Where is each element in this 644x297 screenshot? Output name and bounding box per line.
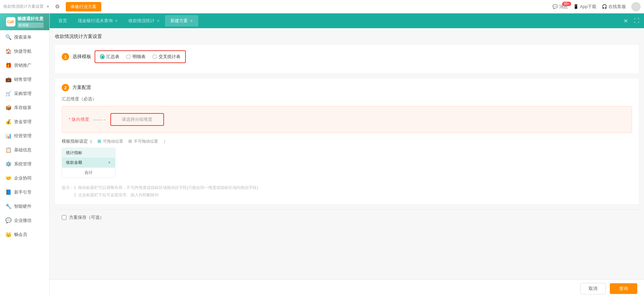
trial-button[interactable]: 体验行业方案 [66,2,101,11]
sidebar-item-4[interactable]: 🛒采购管理 [0,87,49,101]
sidebar-icon-4: 🛒 [5,91,11,97]
save-section: 方案保存（可选） [55,209,639,225]
arrow-indicator: ——→ [93,117,106,122]
sidebar-label-0: 搜索菜单 [14,34,32,40]
metrics-legend: 可拖动位置 不可拖动位置 [98,139,158,144]
radio-detail-label: 明细表 [132,54,146,60]
sidebar-item-1[interactable]: 🏠快捷导航 [0,44,49,58]
draggable-dot [98,140,101,143]
tab-cashflow-label: 现金银行流水查询 [78,18,113,24]
sidebar-item-8[interactable]: 📋基础信息 [0,143,49,157]
sidebar-item-3[interactable]: 💼销售管理 [0,72,49,87]
sidebar-icon-5: 📦 [5,105,11,111]
online-service-item[interactable]: 🎧 在线客服 [602,4,626,10]
sidebar-label-10: 企业协同 [14,175,32,181]
sidebar-icon-13: 💬 [5,217,11,224]
sidebar-icon-7: 📊 [5,133,11,139]
sidebar-item-12[interactable]: 🔧智能硬件 [0,199,49,213]
tab-new-plan[interactable]: 新建方案 ✕ [165,15,198,27]
sidebar-icon-1: 🏠 [5,48,11,54]
metrics-header: 模板指标设定（ 可拖动位置 不可拖动位置 ） [62,138,632,144]
sidebar-label-8: 基础信息 [14,147,32,153]
tab-home[interactable]: 首页 [53,15,72,27]
logo-text: 畅捷通好生意 [17,16,44,22]
logo-tag: 标准版 [17,22,44,28]
sidebar-label-13: 企业微信 [14,217,32,224]
metrics-title: 模板指标设定（ [62,138,92,144]
tab-new-plan-close[interactable]: ✕ [190,19,193,23]
sidebar-label-7: 经营管理 [14,133,32,139]
sidebar-item-6[interactable]: 💰资金管理 [0,115,49,129]
tab-collection-close[interactable]: ✕ [157,19,160,23]
sidebar-item-9[interactable]: ⚙️系统管理 [0,157,49,171]
notification-item[interactable]: 💬 消息 99+ [552,4,568,10]
maximize-icon[interactable]: ⛶ [633,16,641,26]
vertical-dimension-label: 纵向维度 [69,116,89,122]
sidebar-item-7[interactable]: 📊经营管理 [0,129,49,143]
column-dropdown-icon[interactable]: ▼ [108,161,111,164]
sidebar-item-13[interactable]: 💬企业微信 [0,213,49,228]
sidebar-label-12: 智能硬件 [14,203,32,209]
sidebar-icon-3: 💼 [5,77,11,83]
sidebar-icon-10: 🤝 [5,175,11,181]
sidebar-item-14[interactable]: 👑畅会员 [0,228,49,242]
notification-badge: 99+ [562,2,571,6]
main-layout: CaR 畅捷通好生意 标准版 🔍搜索菜单🏠快捷导航🎁营销推广💼销售管理🛒采购管理… [0,13,644,297]
tab-collection[interactable]: 收款情况统计 ✕ [123,15,165,27]
online-service-label: 在线客服 [608,4,626,10]
content-area: 首页 现金银行流水查询 ✕ 收款情况统计 ✕ 新建方案 ✕ ✕ ⛶ 收款情况统计… [50,13,644,297]
sidebar-label-11: 新手引导 [14,189,32,195]
dimension-selector[interactable]: 请选择分组维度 [110,113,164,126]
metrics-title-close: ） [163,138,168,144]
total-label: 合计 [85,170,93,175]
sidebar-item-10[interactable]: 🤝企业协同 [0,171,49,185]
close-window-icon[interactable]: ✕ [622,16,629,26]
sidebar-icon-8: 📋 [5,147,11,153]
query-button[interactable]: 查询 [610,283,637,294]
tab-cashflow-close[interactable]: ✕ [115,19,118,23]
download-icon: 📱 [573,4,579,9]
footer-bar: 取消 查询 [50,280,644,297]
step1-header: 1 选择模板 汇总表 明细表 交叉统计表 [62,50,632,63]
sidebar-icon-2: 🎁 [5,62,11,68]
sidebar-item-2[interactable]: 🎁营销推广 [0,58,49,72]
sidebar-label-9: 系统管理 [14,161,32,167]
sidebar-icon-12: 🔧 [5,203,11,209]
metrics-total-row: 合计 [62,167,115,178]
sidebar-item-5[interactable]: 📦库存核算 [0,101,49,115]
sidebar-item-11[interactable]: 📘新手引导 [0,185,49,199]
breadcrumb-dropdown-icon[interactable]: ▼ [46,5,50,8]
radio-summary[interactable]: 汇总表 [100,54,119,60]
cancel-button[interactable]: 取消 [580,283,606,294]
tab-cashflow[interactable]: 现金银行流水查询 ✕ [72,15,123,27]
tab-collection-label: 收款情况统计 [128,18,155,24]
sidebar-label-4: 采购管理 [14,91,32,97]
fixed-label: 不可拖动位置 [134,139,158,144]
sidebar-item-0[interactable]: 🔍搜索菜单 [0,30,49,44]
top-bar: 收款情况统计方案设置 ▼ ⚙ 体验行业方案 💬 消息 99+ 📱 App下载 🎧… [0,0,644,13]
save-checkbox[interactable] [62,215,66,220]
radio-detail[interactable]: 明细表 [126,54,146,60]
sidebar-icon-0: 🔍 [5,34,11,40]
radio-cross-label: 交叉统计表 [159,54,180,60]
sidebar-label-2: 营销推广 [14,62,32,68]
tip2: 2. 点击标题栏下拉可设置排序、插入列和删除列 [62,192,632,199]
sidebar-icon-9: ⚙️ [5,161,11,167]
step2-section: 2 方案配置 汇总维度（必选） 纵向维度 ——→ 请选择分组维度 模板指标设定（ [55,79,639,204]
radio-cross[interactable]: 交叉统计表 [152,54,180,60]
app-download-item[interactable]: 📱 App下载 [573,4,596,10]
page-title: 收款情况统计方案设置 [55,34,639,40]
metrics-column-header[interactable]: 收款金额 ▼ [62,158,115,167]
step1-title: 选择模板 [72,54,91,60]
sidebar-logo: CaR 畅捷通好生意 标准版 [0,13,49,30]
service-icon: 🎧 [602,4,607,9]
tips-area: 提示：1. 拖动标题栏可以调整布局，不可跨维度或指标区域拖动目字段(只能在同一维… [62,184,632,199]
sidebar: CaR 畅捷通好生意 标准版 🔍搜索菜单🏠快捷导航🎁营销推广💼销售管理🛒采购管理… [0,13,50,297]
sidebar-nav: 🔍搜索菜单🏠快捷导航🎁营销推广💼销售管理🛒采购管理📦库存核算💰资金管理📊经营管理… [0,30,49,297]
sidebar-icon-11: 📘 [5,189,11,195]
settings-icon[interactable]: ⚙ [55,3,60,10]
user-avatar[interactable] [631,2,641,11]
step2-title: 方案配置 [72,85,91,91]
sidebar-label-5: 库存核算 [14,105,32,111]
top-bar-right: 💬 消息 99+ 📱 App下载 🎧 在线客服 [552,2,641,11]
